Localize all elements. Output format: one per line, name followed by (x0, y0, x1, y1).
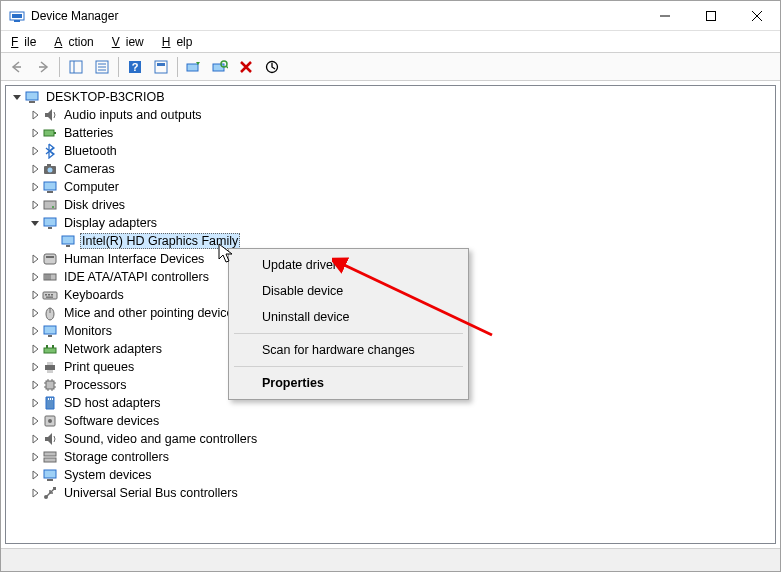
expand-icon[interactable] (28, 468, 42, 482)
svg-rect-1 (12, 14, 22, 18)
svg-rect-4 (707, 11, 716, 20)
ctx-disable-device[interactable]: Disable device (232, 278, 465, 304)
uninstall-icon[interactable] (234, 55, 258, 79)
minimize-button[interactable] (642, 1, 688, 31)
tree-node-label: DESKTOP-B3CRIOB (44, 90, 167, 104)
menu-file[interactable]: File (5, 33, 48, 51)
tree-category[interactable]: Audio inputs and outputs (6, 106, 775, 124)
svg-rect-46 (45, 294, 47, 296)
maximize-button[interactable] (688, 1, 734, 31)
disk-icon (42, 197, 58, 213)
camera-icon (42, 161, 58, 177)
svg-rect-80 (53, 487, 56, 490)
hid-icon (42, 251, 58, 267)
expand-icon[interactable] (28, 360, 42, 374)
app-icon (9, 8, 25, 24)
svg-rect-58 (47, 362, 53, 365)
mouse-icon (42, 305, 58, 321)
tree-node-label: Bluetooth (62, 144, 119, 158)
svg-rect-36 (48, 227, 52, 229)
ctx-update-driver[interactable]: Update driver (232, 252, 465, 278)
back-button[interactable] (5, 55, 29, 79)
expand-icon[interactable] (28, 288, 42, 302)
tree-category[interactable]: Sound, video and game controllers (6, 430, 775, 448)
svg-rect-59 (47, 370, 53, 373)
scan-hardware-icon[interactable] (208, 55, 232, 79)
svg-rect-30 (47, 164, 51, 166)
tree-category[interactable]: System devices (6, 466, 775, 484)
expander-blank (46, 234, 60, 248)
forward-button[interactable] (31, 55, 55, 79)
expand-icon[interactable] (28, 378, 42, 392)
svg-rect-33 (44, 201, 56, 209)
usb-icon (42, 485, 58, 501)
expand-icon[interactable] (28, 342, 42, 356)
expand-icon[interactable] (28, 396, 42, 410)
expand-icon[interactable] (28, 306, 42, 320)
help-icon[interactable]: ? (123, 55, 147, 79)
tree-node-label: Audio inputs and outputs (62, 108, 204, 122)
toolbar-separator (118, 57, 119, 77)
tree-node-label: System devices (62, 468, 154, 482)
expand-icon[interactable] (28, 180, 42, 194)
expand-icon[interactable] (28, 450, 42, 464)
expand-icon[interactable] (28, 432, 42, 446)
tree-node-label: Print queues (62, 360, 136, 374)
tree-category[interactable]: Universal Serial Bus controllers (6, 484, 775, 502)
disable-icon[interactable] (260, 55, 284, 79)
expand-icon[interactable] (28, 162, 42, 176)
expand-icon[interactable] (28, 324, 42, 338)
expand-icon[interactable] (28, 126, 42, 140)
tree-node-label: SD host adapters (62, 396, 163, 410)
keyboard-icon (42, 287, 58, 303)
cpu-icon (42, 377, 58, 393)
svg-rect-35 (44, 218, 56, 226)
menu-view[interactable]: View (106, 33, 156, 51)
svg-rect-2 (14, 20, 20, 22)
audio-icon (42, 107, 58, 123)
menu-help[interactable]: Help (156, 33, 205, 51)
menu-action[interactable]: Action (48, 33, 105, 51)
tree-root[interactable]: DESKTOP-B3CRIOB (6, 88, 775, 106)
expand-icon[interactable] (28, 108, 42, 122)
svg-rect-38 (66, 245, 70, 247)
tree-node-label: Universal Serial Bus controllers (62, 486, 240, 500)
svg-rect-19 (187, 64, 198, 71)
tree-category[interactable]: Bluetooth (6, 142, 775, 160)
monitor-icon (60, 233, 76, 249)
expand-icon[interactable] (28, 270, 42, 284)
svg-rect-56 (52, 345, 54, 348)
tree-category[interactable]: Cameras (6, 160, 775, 178)
tree-category[interactable]: Storage controllers (6, 448, 775, 466)
tree-node-label: Cameras (62, 162, 117, 176)
svg-rect-7 (13, 66, 21, 68)
svg-rect-18 (157, 63, 165, 66)
tree-category[interactable]: Computer (6, 178, 775, 196)
svg-rect-54 (44, 348, 56, 353)
close-button[interactable] (734, 1, 780, 31)
expand-icon[interactable] (28, 252, 42, 266)
update-driver-icon[interactable] (182, 55, 206, 79)
collapse-icon[interactable] (10, 90, 24, 104)
collapse-icon[interactable] (28, 216, 42, 230)
tree-category[interactable]: Disk drives (6, 196, 775, 214)
tree-category[interactable]: Software devices (6, 412, 775, 430)
ctx-uninstall-device[interactable]: Uninstall device (232, 304, 465, 330)
svg-rect-52 (44, 326, 56, 334)
ctx-properties[interactable]: Properties (232, 370, 465, 396)
properties-icon[interactable] (90, 55, 114, 79)
ctx-scan-hardware[interactable]: Scan for hardware changes (232, 337, 465, 363)
svg-line-22 (226, 66, 228, 68)
expand-icon[interactable] (28, 414, 42, 428)
tree-category[interactable]: Batteries (6, 124, 775, 142)
expand-icon[interactable] (28, 198, 42, 212)
svg-point-29 (48, 168, 53, 173)
expand-icon[interactable] (28, 144, 42, 158)
ctx-separator (234, 366, 463, 367)
show-hide-tree-icon[interactable] (64, 55, 88, 79)
svg-rect-71 (52, 398, 53, 400)
tree-category[interactable]: Display adapters (6, 214, 775, 232)
svg-rect-9 (70, 61, 82, 73)
action-icon[interactable] (149, 55, 173, 79)
expand-icon[interactable] (28, 486, 42, 500)
